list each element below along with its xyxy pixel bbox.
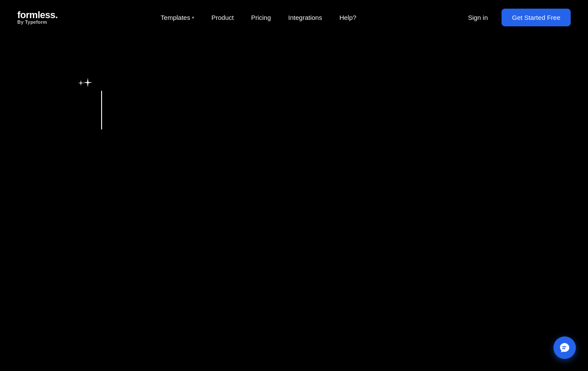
logo-sub-text: By Typeform [17,20,58,25]
sparkle-cursor-wrap [78,78,102,130]
text-cursor [101,91,102,130]
nav-item-templates[interactable]: Templates ▾ [154,10,201,25]
nav-product-label: Product [211,14,234,21]
logo-main-text: formless. [17,10,58,20]
nav-center: Templates ▾ Product Pricing Integrations… [154,10,364,25]
sparkle-small-icon [78,80,84,86]
nav-templates-label: Templates [161,14,190,21]
sparkle-large-icon [83,78,93,87]
nav-help-label: Help? [339,14,356,21]
navbar: formless. By Typeform Templates ▾ Produc… [0,0,588,35]
nav-item-pricing[interactable]: Pricing [244,10,278,25]
sparkle-decoration [78,78,97,97]
nav-item-product[interactable]: Product [205,10,241,25]
nav-pricing-label: Pricing [251,14,271,21]
chevron-down-icon: ▾ [192,15,194,20]
get-started-button[interactable]: Get Started Free [502,9,571,26]
chat-support-button[interactable] [553,336,576,359]
nav-item-help[interactable]: Help? [332,10,363,25]
sign-in-button[interactable]: Sign in [459,10,496,25]
nav-item-integrations[interactable]: Integrations [281,10,329,25]
nav-right: Sign in Get Started Free [459,9,571,26]
main-content [0,35,588,371]
logo[interactable]: formless. By Typeform [17,10,58,25]
chat-icon [559,342,570,353]
nav-integrations-label: Integrations [288,14,322,21]
logo-by: By [17,19,25,25]
cursor-bar [101,91,102,130]
logo-brand: Typeform [25,19,47,25]
